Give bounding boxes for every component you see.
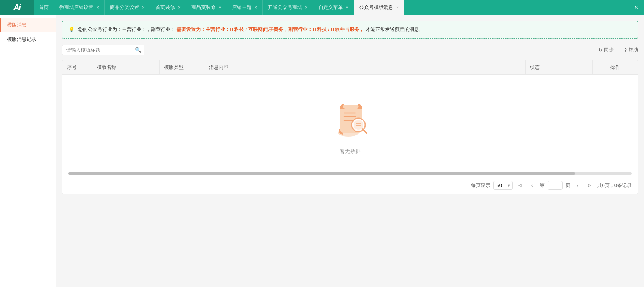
notice-prefix: 您的公众号行业为：主营行业：，副营行业： (78, 27, 175, 32)
content-area: 💡 您的公众号行业为：主营行业：，副营行业： 需要设置为：主营行业：IT科技 /… (56, 15, 644, 287)
col-action: 操作 (593, 60, 638, 74)
tab-item-4[interactable]: 商品页装修× (186, 0, 227, 15)
tab-item-8[interactable]: 公众号模版消息× (354, 0, 404, 15)
empty-state: 暂无数据 (62, 75, 638, 170)
scrollbar-track[interactable] (68, 172, 632, 175)
col-status: 状态 (526, 60, 593, 74)
tab-close-1[interactable]: × (96, 5, 99, 10)
tab-item-0[interactable]: 首页 (34, 0, 54, 15)
tab-item-2[interactable]: 商品分类设置× (105, 0, 150, 15)
page-size-select-wrap: 50 20 100 ▼ (493, 181, 513, 190)
sync-button[interactable]: ↻ 同步 (598, 46, 614, 53)
tab-item-3[interactable]: 首页装修× (150, 0, 186, 15)
bulb-icon: 💡 (68, 27, 74, 32)
tab-close-6[interactable]: × (305, 5, 308, 10)
last-page-button[interactable]: ⊳ (585, 181, 594, 190)
sync-icon: ↻ (598, 47, 603, 53)
tab-close-2[interactable]: × (142, 5, 145, 10)
pagination: 每页显示 50 20 100 ▼ ⊲ ‹ 第 页 › ⊳ 共0页，0条记录 (62, 177, 638, 194)
sidebar: 模版消息模版消息记录 (0, 15, 56, 287)
tab-item-5[interactable]: 店铺主题× (227, 0, 263, 15)
notice-suffix: 才能正常发送预置的消息。 (366, 27, 424, 32)
page-prefix-label: 第 (540, 182, 545, 189)
col-type: 模版类型 (160, 60, 204, 74)
scrollbar-area (62, 170, 638, 177)
col-content: 消息内容 (204, 60, 526, 74)
search-input-wrap: 🔍 (62, 45, 144, 55)
notice-banner: 💡 您的公众号行业为：主营行业：，副营行业： 需要设置为：主营行业：IT科技 /… (62, 21, 638, 39)
tab-close-4[interactable]: × (219, 5, 221, 10)
tab-close-3[interactable]: × (178, 5, 181, 10)
search-bar: 🔍 ↻ 同步 | ? 帮助 (62, 45, 638, 55)
global-close-button[interactable]: × (629, 0, 644, 15)
svg-line-6 (363, 129, 367, 133)
search-right: ↻ 同步 | ? 帮助 (598, 46, 638, 53)
page-size-select[interactable]: 50 20 100 (493, 181, 513, 190)
tab-close-7[interactable]: × (346, 5, 348, 10)
search-button[interactable]: 🔍 (135, 47, 141, 53)
table-wrap: 序号 模版名称 模版类型 消息内容 状态 操作 (62, 60, 638, 194)
tab-item-1[interactable]: 微商城店铺设置× (54, 0, 105, 15)
next-page-button[interactable]: › (573, 181, 582, 190)
help-icon: ? (624, 47, 627, 53)
help-label: 帮助 (628, 46, 638, 53)
col-index: 序号 (62, 60, 92, 74)
search-left: 🔍 (62, 45, 144, 55)
table-header: 序号 模版名称 模版类型 消息内容 状态 操作 (62, 60, 638, 75)
sidebar-item-1[interactable]: 模版消息记录 (0, 32, 56, 46)
tab-close-5[interactable]: × (255, 5, 257, 10)
divider: | (618, 47, 619, 53)
first-page-button[interactable]: ⊲ (516, 181, 525, 190)
empty-illustration (328, 97, 373, 142)
search-input[interactable] (62, 45, 144, 55)
main-layout: 模版消息模版消息记录 💡 您的公众号行业为：主营行业：，副营行业： 需要设置为：… (0, 15, 644, 287)
prev-page-button[interactable]: ‹ (528, 181, 537, 190)
tab-item-6[interactable]: 开通公众号商城× (263, 0, 313, 15)
notice-highlight: 需要设置为：主营行业：IT科技 / 互联网|电子商务，副营行业：IT科技 / I… (176, 27, 364, 32)
page-number-input[interactable] (548, 181, 563, 190)
col-name: 模版名称 (92, 60, 160, 74)
page-suffix-label: 页 (566, 182, 570, 189)
page-size-label: 每页显示 (471, 182, 490, 189)
help-button[interactable]: ? 帮助 (624, 46, 638, 53)
tab-close-8[interactable]: × (396, 5, 399, 10)
sidebar-item-0[interactable]: 模版消息 (0, 18, 56, 32)
sync-label: 同步 (604, 46, 614, 53)
total-label: 共0页，0条记录 (597, 182, 632, 189)
tab-item-7[interactable]: 自定义菜单× (313, 0, 354, 15)
logo: Ai (0, 0, 34, 15)
top-nav: Ai 首页微商城店铺设置×商品分类设置×首页装修×商品页装修×店铺主题×开通公众… (0, 0, 644, 15)
svg-point-5 (354, 120, 363, 130)
empty-text: 暂无数据 (340, 148, 361, 155)
tab-list: 首页微商城店铺设置×商品分类设置×首页装修×商品页装修×店铺主题×开通公众号商城… (34, 0, 629, 15)
scrollbar-thumb[interactable] (68, 172, 575, 175)
